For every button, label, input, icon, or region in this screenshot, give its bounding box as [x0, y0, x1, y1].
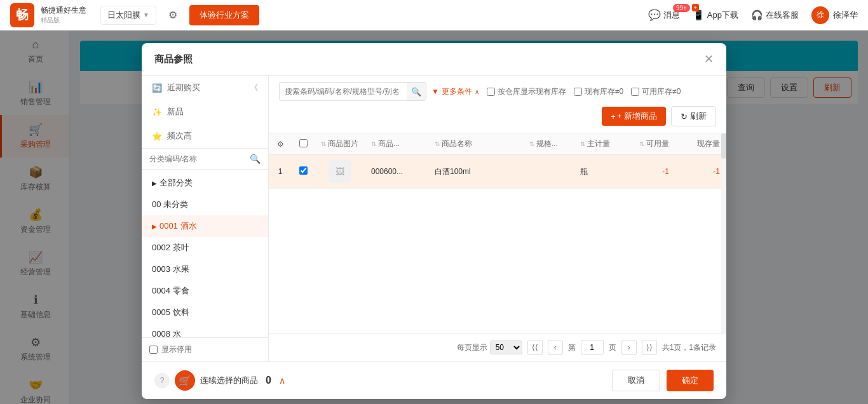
gear-button[interactable]: ⚙: [163, 5, 183, 25]
row-spec: [523, 155, 574, 189]
row-available: -1: [618, 155, 675, 189]
sort-avail-icon: ⇅: [639, 140, 644, 147]
category-snack[interactable]: 0004 零食: [142, 280, 268, 302]
row-num: 1: [269, 155, 292, 189]
category-drink[interactable]: 0005 饮料: [142, 302, 268, 323]
dialog-header: 商品参照 ✕: [142, 43, 726, 76]
brand: 畅捷通好生意 精品版: [41, 6, 86, 24]
username: 徐泽华: [833, 10, 858, 21]
stock-nonzero-checkbox[interactable]: 现有库存≠0: [574, 86, 623, 97]
filter-icon: ▼: [431, 87, 439, 96]
dialog-footer: ? 🛒 连续选择的商品 0 ∧ 取消 确定: [142, 361, 726, 399]
category-water[interactable]: 0008 水: [142, 323, 268, 337]
category-tea[interactable]: 0002 茶叶: [142, 237, 268, 259]
sort-icon: ⇅: [321, 140, 326, 147]
help-button[interactable]: ?: [154, 373, 170, 388]
product-image-placeholder: 🖼: [329, 160, 351, 183]
col-image-header: ⇅商品图片: [315, 133, 365, 155]
tab-frequent[interactable]: ⭐ 频次高: [142, 124, 268, 148]
next-page-btn[interactable]: ›: [621, 340, 637, 355]
table-row[interactable]: 1 🖼 000600... 白酒100ml: [269, 155, 726, 189]
dialog: 商品参照 ✕ 🔄 近期购买 《 ✨: [142, 43, 726, 399]
app-download[interactable]: 📱 App下载: [693, 10, 738, 21]
badge-plus: +: [692, 4, 699, 11]
confirm-button[interactable]: 确定: [667, 370, 714, 391]
customer-service[interactable]: 🎧 在线客服: [751, 10, 799, 21]
filter-arrow-icon: ∧: [475, 88, 479, 95]
tab-recent[interactable]: 🔄 近期购买 《: [142, 76, 268, 100]
refresh-icon: ↻: [681, 112, 688, 121]
category-all[interactable]: ▶ 全部分类: [142, 172, 268, 194]
show-disabled-checkbox[interactable]: [149, 346, 158, 354]
cart-icon-button[interactable]: 🛒: [175, 370, 195, 391]
company-selector[interactable]: 日太阳膜 ▼: [100, 6, 156, 25]
topbar: 畅 畅捷通好生意 精品版 日太阳膜 ▼ ⚙ 体验行业方案 💬 消息 99+ + …: [0, 0, 868, 30]
dialog-body: 🔄 近期购买 《 ✨ 新品 ⭐ 频次高: [142, 76, 726, 361]
page-size-select[interactable]: 50 100 200: [490, 340, 522, 354]
col-settings[interactable]: ⚙: [269, 133, 292, 155]
row-checkbox[interactable]: [292, 155, 315, 189]
sort-spec-icon: ⇅: [529, 140, 534, 147]
user-area[interactable]: 徐 徐泽华: [811, 6, 858, 24]
page-number-input[interactable]: [581, 340, 604, 355]
more-filter-button[interactable]: ▼ 更多条件 ∧: [431, 86, 479, 97]
continuous-label: 连续选择的商品: [200, 375, 258, 386]
select-all-checkbox[interactable]: [299, 139, 308, 147]
available-nonzero-checkbox[interactable]: 可用库存≠0: [631, 86, 681, 97]
tab-new[interactable]: ✨ 新品: [142, 100, 268, 124]
all-arrow-icon: ▶: [152, 180, 157, 187]
total-info: 共1页，1条记录: [662, 342, 716, 353]
cancel-button[interactable]: 取消: [612, 370, 660, 391]
warehouse-display-checkbox[interactable]: 按仓库显示现有库存: [487, 86, 566, 97]
row-unit: 瓶: [574, 155, 618, 189]
app-label: App下载: [707, 10, 738, 21]
recent-icon: 🔄: [152, 83, 162, 93]
category-unclassified[interactable]: 00 未分类: [142, 194, 268, 215]
page-size-selector: 每页显示 50 100 200: [457, 340, 522, 354]
table-area: ⚙ ⇅商品图片 ⇅商品...: [269, 133, 726, 333]
dialog-close-button[interactable]: ✕: [704, 52, 714, 66]
search-icon[interactable]: 🔍: [250, 154, 261, 164]
message-item[interactable]: 💬 消息 99+ +: [648, 9, 680, 21]
next-page-icon: ›: [628, 343, 630, 352]
message-icon: 💬: [648, 9, 661, 21]
row-name: 白酒100ml: [428, 155, 523, 189]
active-arrow-icon: ▶: [152, 223, 157, 230]
scrollbar-area: [721, 133, 726, 333]
search-box: 🔍: [279, 82, 426, 101]
prev-page-btn[interactable]: ‹: [548, 340, 563, 355]
col-name-header: ⇅商品名称: [428, 133, 523, 155]
service-icon: 🎧: [751, 10, 763, 21]
product-search-input[interactable]: [280, 87, 407, 96]
add-product-button[interactable]: + + 新增商品: [602, 107, 666, 126]
last-page-icon: ⟩⟩: [646, 343, 653, 352]
shopping-cart-icon: 🛒: [179, 375, 191, 387]
service-label: 在线客服: [766, 10, 799, 21]
last-page-btn[interactable]: ⟩⟩: [642, 340, 657, 355]
dialog-overlay: 商品参照 ✕ 🔄 近期购买 《 ✨: [0, 30, 868, 404]
search-button[interactable]: 🔍: [407, 82, 426, 101]
collapse-left-btn[interactable]: 《: [250, 83, 258, 93]
category-fruit[interactable]: 0003 水果: [142, 259, 268, 280]
trial-button[interactable]: 体验行业方案: [189, 5, 259, 25]
help-icon: ?: [160, 376, 165, 385]
sort-code-icon: ⇅: [371, 140, 376, 147]
collapse-cart-button[interactable]: ∧: [279, 375, 285, 386]
col-code-header: ⇅商品...: [365, 133, 428, 155]
refresh-button[interactable]: ↻ 刷新: [671, 106, 716, 126]
sort-unit-icon: ⇅: [580, 140, 585, 147]
left-tabs: 🔄 近期购买 《 ✨ 新品 ⭐ 频次高: [142, 76, 268, 149]
col-checkbox-header[interactable]: [292, 133, 315, 155]
col-unit-header: ⇅主计量: [574, 133, 618, 155]
left-panel: 🔄 近期购买 《 ✨ 新品 ⭐ 频次高: [142, 76, 269, 361]
first-page-btn[interactable]: ⟨⟨: [527, 340, 543, 355]
category-search-input[interactable]: [149, 154, 246, 163]
col-stock-header: 现存量: [675, 133, 726, 155]
dialog-title: 商品参照: [154, 53, 193, 65]
logo: 畅: [10, 3, 34, 27]
company-name: 日太阳膜: [107, 10, 140, 21]
category-alcohol[interactable]: ▶ 0001 酒水: [142, 215, 268, 237]
right-toolbar: 🔍 ▼ 更多条件 ∧ 按仓库显示现有库存: [269, 76, 726, 133]
settings-icon: ⚙: [277, 140, 284, 149]
scrollbar-thumb[interactable]: [721, 133, 726, 159]
